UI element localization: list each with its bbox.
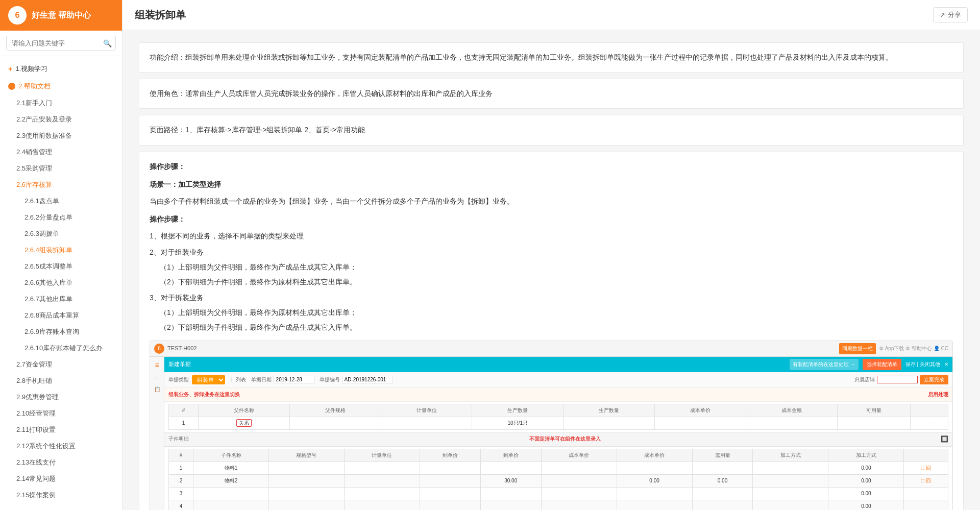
- sidebar-item-stock263[interactable]: 2.6.3调拨单: [8, 226, 122, 242]
- select-bom-btn[interactable]: 选择装配清单: [863, 359, 901, 370]
- sidebar-item-mobile[interactable]: 2.8手机旺铺: [0, 373, 122, 389]
- main-content: 功能介绍：组装拆卸单用来处理企业组装或拆卸等加工业务，支持有固定装配清单的产品加…: [122, 30, 980, 510]
- step2: 2、对于组装业务: [150, 246, 953, 259]
- sidebar-item-stock262[interactable]: 2.6.2分量盘点单: [8, 209, 122, 226]
- cell-unit: [381, 417, 472, 429]
- sidebar-sub-docs: 2.1新手入门 2.2产品安装及登录 2.3使用前数据准备 2.4销售管理 2.…: [0, 95, 122, 503]
- number-input[interactable]: [342, 376, 393, 383]
- item-label: 2.6.9库存账本查询: [24, 327, 79, 336]
- step1: 1、根据不同的业务，选择不同单据的类型来处理: [150, 230, 953, 242]
- item-label: 2.10经营管理: [16, 409, 56, 418]
- col-process: 加工方式: [753, 449, 828, 462]
- close-btn[interactable]: ✕: [944, 360, 948, 369]
- screenshot-container: 6 TEST-H002 同期数据一栏 ⚙ App下载 ⚙ 帮助中心 👤 CC ≡…: [150, 341, 953, 510]
- lower-action-icon: 🔲: [941, 434, 948, 445]
- steps-list: 1、根据不同的业务，选择不同单据的类型来处理 2、对于组装业务 （1）上部明细为…: [150, 230, 953, 334]
- number-field: 单据编号: [320, 375, 393, 384]
- sidebar-item-coupon[interactable]: 2.9优惠券管理: [0, 389, 122, 405]
- main-header: 组装拆卸单 ↗ 分享: [122, 0, 980, 30]
- sidebar-item-stock261[interactable]: 2.6.1盘点单: [8, 193, 122, 209]
- cell-qty2: [564, 417, 655, 429]
- sidebar-item-video[interactable]: + 1.视频学习: [0, 60, 122, 78]
- row-action-icon[interactable]: ⋯: [927, 420, 932, 426]
- sidebar-item-ops[interactable]: 2.10经营管理: [0, 405, 122, 422]
- expand-icon: +: [8, 65, 12, 73]
- step3: 3、对于拆装业务: [150, 292, 953, 304]
- item-label: 2.12系统个性化设置: [16, 442, 76, 451]
- item-label: 2.9优惠券管理: [16, 393, 59, 402]
- col-cost-amount: 成本金额: [746, 404, 837, 417]
- nav-icon-3: 📋: [154, 385, 160, 394]
- sidebar-nav: + 1.视频学习 2.帮助文档 2.1新手入门 2.2产品安装及登录 2.3使用…: [0, 56, 122, 510]
- type-select[interactable]: 组装单 拆卸单: [192, 375, 225, 384]
- item-label: 2.6.10库存账本错了怎么办: [24, 344, 103, 353]
- col-available: 可用量: [837, 404, 911, 417]
- sidebar: 6 好生意 帮助中心 🔍 + 1.视频学习 2.帮助文档 2.1新手入门 2.2…: [0, 0, 122, 510]
- confirm-btn[interactable]: 立案完成: [920, 375, 948, 384]
- upper-table: # 父件名称 父件规格 计量单位 生产数量 生产数量 成本单价 成本金额 可用量: [168, 404, 948, 430]
- parent-name-input[interactable]: 关系: [236, 419, 252, 427]
- item-label: 2.3使用前数据准备: [16, 131, 72, 140]
- nav-icon-2: +: [156, 374, 159, 383]
- sidebar-item-stock265[interactable]: 2.6.5成本调整单: [8, 258, 122, 275]
- type-selector: 单据类型 组装单 拆卸单 | 列表: [168, 375, 246, 384]
- sidebar-item-stock267[interactable]: 2.6.7其他出库单: [8, 291, 122, 307]
- lower-table: # 子件名称 规格型号 计量单位 到单价 到单价 成本单价 成本单价 需用量: [168, 449, 948, 510]
- path-card: 页面路径：1、库存核算->库存管理->组装拆卸单 2、首页->常用功能: [139, 115, 964, 145]
- store-input[interactable]: [877, 376, 918, 383]
- cell-spec: [289, 417, 381, 429]
- item-label: 2.5采购管理: [16, 164, 52, 173]
- search-input[interactable]: [6, 36, 116, 51]
- sidebar-item-inventory[interactable]: 2.6库存核算: [0, 177, 122, 193]
- number-label: 单据编号: [320, 375, 340, 384]
- col-unit: 计量单位: [344, 449, 420, 462]
- sidebar-item-payment[interactable]: 2.13在线支付: [0, 454, 122, 471]
- share-icon: ↗: [940, 11, 945, 19]
- col-num: #: [169, 449, 193, 462]
- col-price: 到单价: [420, 449, 480, 462]
- col-cost-price: 成本单价: [541, 449, 617, 462]
- search-icon: 🔍: [103, 39, 112, 47]
- row-icon[interactable]: □ 回: [921, 465, 931, 471]
- lower-section-header: 子件明细 不固定清单可在组件在这里录入 🔲: [164, 432, 952, 447]
- date-field: 单据日期: [251, 375, 314, 384]
- item-label: 2.15操作案例: [16, 491, 56, 500]
- sidebar-item-install[interactable]: 2.2产品安装及登录: [0, 111, 122, 128]
- item-label: 2.6.8商品成本重算: [24, 311, 79, 320]
- table-row: 2 物料2 30.00 0.00 0.00: [169, 475, 948, 488]
- item-label: 2.14常见问题: [16, 474, 56, 483]
- sidebar-item-label: 2.帮助文档: [18, 82, 51, 91]
- col-qty2: 生产数量: [564, 404, 655, 417]
- sidebar-item-prepare[interactable]: 2.3使用前数据准备: [0, 128, 122, 144]
- sidebar-item-stock2610[interactable]: 2.6.10库存账本错了怎么办: [8, 340, 122, 356]
- sidebar-item-stock264[interactable]: 2.6.4组装拆卸单: [8, 242, 122, 258]
- sidebar-item-stock268[interactable]: 2.6.8商品成本重算: [8, 307, 122, 324]
- sidebar-item-faq[interactable]: 2.14常见问题: [0, 471, 122, 487]
- item-label: 2.11打印设置: [16, 425, 56, 434]
- page-title: 组装拆卸单: [135, 8, 186, 22]
- date-input[interactable]: [274, 376, 314, 383]
- cell-cost-amount: [746, 417, 837, 429]
- sidebar-item-system[interactable]: 2.12系统个性化设置: [0, 438, 122, 454]
- sidebar-item-stock266[interactable]: 2.6.6其他入库单: [8, 275, 122, 291]
- item-label: 2.6.6其他入库单: [24, 278, 72, 287]
- annotation4-label: 不固定清单可在组件在这里录入: [529, 434, 601, 444]
- sidebar-item-sales[interactable]: 2.4销售管理: [0, 144, 122, 160]
- collapse-icon: [8, 83, 15, 90]
- item-label: 2.6.1盘点单: [24, 197, 59, 206]
- sidebar-item-finance[interactable]: 2.7资金管理: [0, 356, 122, 373]
- search-section: 🔍: [0, 31, 122, 56]
- sidebar-item-purchase[interactable]: 2.5采购管理: [0, 160, 122, 177]
- share-button[interactable]: ↗ 分享: [933, 7, 968, 22]
- sidebar-item-docs[interactable]: 2.帮助文档: [0, 78, 122, 95]
- sidebar-item-stock269[interactable]: 2.6.9库存账本查询: [8, 324, 122, 340]
- upper-table-area: # 父件名称 父件规格 计量单位 生产数量 生产数量 成本单价 成本金额 可用量: [164, 402, 952, 432]
- item-label: 2.7资金管理: [16, 360, 52, 369]
- topbar-btn[interactable]: 同期数据一栏: [839, 343, 876, 354]
- store-field: 归属店铺 立案完成: [854, 375, 948, 384]
- row-icon2[interactable]: □ 回: [921, 478, 931, 483]
- sidebar-item-new[interactable]: 2.1新手入门: [0, 95, 122, 111]
- sidebar-item-print[interactable]: 2.11打印设置: [0, 422, 122, 438]
- sidebar-item-cases[interactable]: 2.15操作案例: [0, 487, 122, 503]
- steps-intro: 操作步骤：: [150, 213, 953, 226]
